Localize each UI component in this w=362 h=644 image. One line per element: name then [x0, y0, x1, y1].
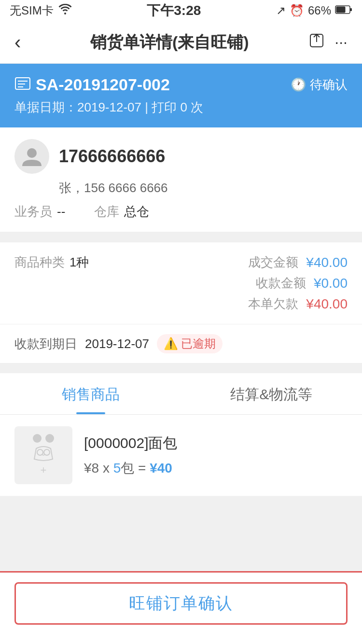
customer-info: 张，156 6666 6666: [14, 180, 348, 196]
product-list: + [0000002]面包 ¥8 x 5包 = ¥40: [0, 415, 362, 496]
pay-amount-row: 收款金额 ¥0.00: [256, 275, 348, 292]
order-banner: SA-20191207-002 🕐 待确认 单据日期：2019-12-07 | …: [0, 64, 362, 127]
order-id: SA-20191207-002: [14, 75, 170, 94]
order-id-text: SA-20191207-002: [36, 75, 170, 94]
status-clock-icon: 🕐: [291, 77, 306, 92]
product-type-group: 商品种类 1种: [14, 254, 89, 271]
pay-amount-label: 收款金额: [256, 275, 306, 292]
summary-row: 商品种类 1种 成交金额 ¥40.00 收款金额 ¥0.00 本单欠款 ¥40.…: [14, 254, 348, 312]
warehouse-value: 总仓: [124, 203, 149, 220]
status-text: 待确认: [310, 76, 348, 93]
status-left: 无SIM卡: [10, 3, 72, 18]
overdue-icon: ⚠️: [164, 337, 178, 350]
page-title: 销货单详情(来自旺铺): [30, 31, 308, 54]
summary-section: 商品种类 1种 成交金额 ¥40.00 收款金额 ¥0.00 本单欠款 ¥40.…: [0, 242, 362, 324]
deal-amount-label: 成交金额: [248, 254, 298, 271]
status-bar: 无SIM卡 下午3:28 ↗ ⏰ 66%: [0, 0, 362, 21]
owed-amount-row: 本单欠款 ¥40.00: [248, 295, 348, 312]
back-button[interactable]: ‹: [14, 31, 21, 53]
overdue-badge: ⚠️ 已逾期: [157, 334, 223, 353]
status-time: 下午3:28: [147, 1, 201, 20]
svg-rect-2: [336, 7, 345, 13]
status-right: ↗ ⏰ 66%: [276, 4, 352, 17]
deal-amount-row: 成交金额 ¥40.00: [248, 254, 348, 271]
tabs: 销售商品 结算&物流等: [0, 373, 362, 415]
tab-sales-label: 销售商品: [62, 386, 120, 402]
avatar: [14, 139, 49, 174]
order-banner-top: SA-20191207-002 🕐 待确认: [14, 75, 348, 94]
more-icon[interactable]: ···: [334, 33, 348, 51]
tab-settlement[interactable]: 结算&物流等: [181, 373, 362, 414]
owl-eyes: [33, 434, 54, 443]
product-price: ¥8 x 5包 = ¥40: [84, 459, 348, 477]
confirm-btn-wrap: 旺铺订单确认: [0, 571, 362, 644]
carrier-text: 无SIM卡: [10, 3, 54, 18]
order-status: 🕐 待确认: [291, 76, 348, 93]
amounts-group: 成交金额 ¥40.00 收款金额 ¥0.00 本单欠款 ¥40.00: [248, 254, 348, 312]
nav-actions: ···: [308, 32, 348, 53]
share-icon[interactable]: [308, 32, 325, 53]
battery-text: 66%: [308, 4, 331, 17]
tab-settlement-label: 结算&物流等: [230, 386, 312, 402]
order-date: 单据日期：2019-12-07 | 打印 0 次: [14, 99, 348, 116]
salesperson-item: 业务员 --: [14, 203, 65, 220]
owl-plus: +: [41, 464, 47, 476]
battery-icon: [335, 4, 352, 17]
owl-body-svg: [31, 445, 56, 462]
tab-sales-products[interactable]: 销售商品: [0, 373, 181, 414]
owed-amount-label: 本单欠款: [248, 295, 298, 312]
customer-top: 17666666666: [14, 139, 348, 174]
customer-phone: 17666666666: [59, 146, 165, 167]
warehouse-item: 仓库 总仓: [94, 203, 149, 220]
salesperson-label: 业务员: [14, 203, 52, 220]
pay-amount-value: ¥0.00: [314, 276, 348, 291]
wifi-icon: [58, 4, 72, 17]
owed-amount-value: ¥40.00: [306, 296, 348, 312]
confirm-button[interactable]: 旺铺订单确认: [14, 582, 348, 625]
price-total: ¥40: [150, 461, 172, 476]
due-date-label: 收款到期日: [14, 336, 77, 352]
svg-point-8: [27, 148, 37, 158]
due-section: 收款到期日 2019-12-07 ⚠️ 已逾期: [0, 324, 362, 364]
deal-amount-value: ¥40.00: [306, 255, 348, 270]
alarm-icon: ⏰: [290, 4, 304, 17]
owl-logo: +: [31, 434, 56, 476]
owl-eye-right: [45, 434, 54, 443]
product-info: [0000002]面包 ¥8 x 5包 = ¥40: [84, 434, 348, 477]
svg-rect-1: [350, 8, 352, 11]
product-thumbnail: +: [14, 426, 72, 484]
nav-bar: ‹ 销货单详情(来自旺铺) ···: [0, 21, 362, 64]
due-date-value: 2019-12-07: [85, 336, 149, 351]
location-icon: ↗: [276, 4, 286, 17]
customer-meta: 业务员 -- 仓库 总仓: [14, 203, 348, 220]
warehouse-label: 仓库: [94, 203, 119, 220]
order-icon: [14, 75, 31, 94]
salesperson-value: --: [57, 204, 65, 219]
owl-eye-left: [33, 434, 42, 443]
product-type-value: 1种: [70, 254, 89, 271]
overdue-text: 已逾期: [181, 336, 216, 351]
price-qty: 5: [113, 461, 121, 476]
table-row: + [0000002]面包 ¥8 x 5包 = ¥40: [0, 415, 362, 496]
product-type-label: 商品种类: [14, 254, 65, 271]
customer-card: 17666666666 张，156 6666 6666 业务员 -- 仓库 总仓: [0, 127, 362, 232]
product-name: [0000002]面包: [84, 434, 348, 453]
